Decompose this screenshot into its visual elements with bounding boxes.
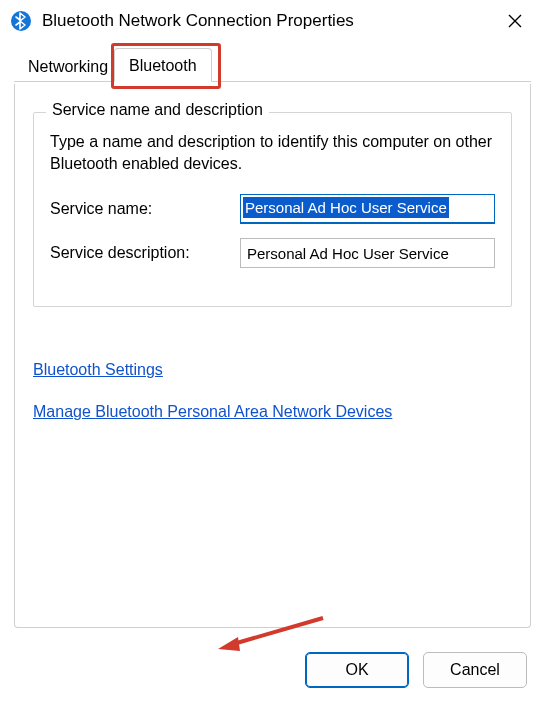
annotation-arrow-icon <box>218 615 328 655</box>
ok-button[interactable]: OK <box>305 652 409 688</box>
service-name-row: Service name: Personal Ad Hoc User Servi… <box>50 194 495 224</box>
group-legend: Service name and description <box>46 101 269 119</box>
bluetooth-settings-link[interactable]: Bluetooth Settings <box>33 361 163 379</box>
service-desc-input[interactable] <box>240 238 495 268</box>
properties-window: Bluetooth Network Connection Properties … <box>0 0 545 702</box>
service-desc-label: Service description: <box>50 244 240 262</box>
tab-strip: Networking Bluetooth <box>14 48 531 82</box>
service-group: Service name and description Type a name… <box>33 112 512 307</box>
tab-bluetooth[interactable]: Bluetooth <box>114 48 212 82</box>
cancel-button[interactable]: Cancel <box>423 652 527 688</box>
service-name-input[interactable] <box>240 194 495 224</box>
svg-marker-2 <box>218 637 240 651</box>
group-description: Type a name and description to identify … <box>50 131 495 174</box>
links-area: Bluetooth Settings Manage Bluetooth Pers… <box>33 349 512 433</box>
manage-pan-devices-link[interactable]: Manage Bluetooth Personal Area Network D… <box>33 403 392 421</box>
title-bar: Bluetooth Network Connection Properties <box>0 0 545 42</box>
bluetooth-icon <box>10 10 32 32</box>
tab-page-bluetooth: Service name and description Type a name… <box>14 84 531 628</box>
svg-line-1 <box>230 618 323 645</box>
close-icon[interactable] <box>495 1 535 41</box>
service-name-label: Service name: <box>50 200 240 218</box>
tab-networking[interactable]: Networking <box>14 52 122 82</box>
window-title: Bluetooth Network Connection Properties <box>42 11 354 31</box>
dialog-footer: OK Cancel <box>305 652 527 688</box>
service-desc-row: Service description: <box>50 238 495 268</box>
